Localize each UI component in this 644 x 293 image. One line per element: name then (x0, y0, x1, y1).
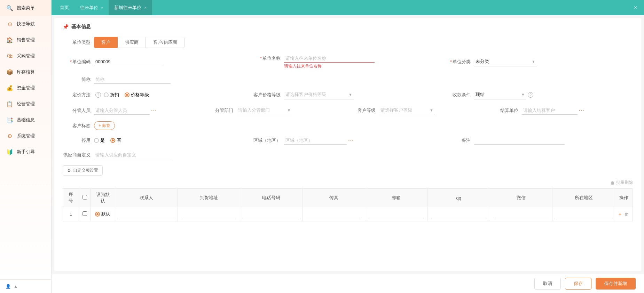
unit-code-label: 单位编码 (63, 59, 91, 65)
main-close-button[interactable]: × (630, 5, 641, 11)
sidebar-item-label: 搜索菜单 (17, 5, 35, 11)
tab-home-label: 首页 (60, 5, 69, 11)
row-add-button[interactable]: + (619, 211, 621, 217)
customer-price-level-select[interactable]: 请选择客户价格等级 ▼ (284, 90, 354, 99)
contact-input[interactable] (119, 210, 174, 218)
th-seq: 序号 (63, 189, 79, 207)
sidebar-item-basic[interactable]: 📑 基础信息 (0, 112, 51, 128)
type-btn-supplier[interactable]: 供应商 (118, 37, 146, 48)
tab-bar: 首页 往来单位 × 新增往来单位 × × (52, 0, 644, 15)
radio-disable-no-label: 否 (117, 137, 121, 144)
sidebar-bottom-expand[interactable]: ▲ (14, 284, 18, 289)
td-email (365, 207, 427, 221)
supplier-custom-row: 供应商自定义 (63, 151, 633, 159)
sidebar-item-purchase[interactable]: 🛍 采购管理 (0, 48, 51, 64)
remark-field: 备注 (443, 136, 625, 145)
region-table-input[interactable] (556, 210, 611, 218)
unit-name-input[interactable] (284, 54, 375, 63)
supplier-custom-label: 供应商自定义 (63, 152, 91, 158)
sidebar-item-newguide[interactable]: 🔰 新手引导 (0, 144, 51, 160)
type-btn-both[interactable]: 客户/供应商 (146, 37, 184, 48)
remark-label: 备注 (443, 137, 471, 144)
address-input[interactable] (181, 210, 236, 218)
custom-settings-button[interactable]: ⚙ 自定义项设置 (63, 165, 103, 176)
region-dots[interactable]: ··· (347, 137, 355, 144)
tab-partner-list-label: 往来单位 (80, 5, 98, 11)
remark-input[interactable] (474, 136, 565, 145)
td-address (178, 207, 240, 221)
customer-tag-row: 客户标签 + 标签 (63, 121, 633, 130)
radio-disable-no[interactable]: 否 (110, 137, 121, 144)
tag-add-button[interactable]: + 标签 (94, 121, 115, 130)
sidebar-item-finance[interactable]: 💰 资金管理 (0, 80, 51, 96)
main-area: 首页 往来单位 × 新增往来单位 × × 📌 基本信息 单位类型 客户 供应商 … (52, 0, 644, 293)
tab-new-partner[interactable]: 新增往来单位 × (109, 0, 152, 15)
email-input[interactable] (369, 210, 424, 218)
settlement-unit-dots[interactable]: ··· (578, 107, 586, 114)
sidebar-item-system[interactable]: ⚙ 系统管理 (0, 128, 51, 144)
supplier-custom-input[interactable] (94, 151, 171, 159)
manager-dots[interactable]: ··· (150, 107, 158, 114)
td-contact (115, 207, 178, 221)
select-all-checkbox[interactable] (83, 195, 87, 200)
sidebar-item-inventory[interactable]: 📦 库存核算 (0, 64, 51, 80)
customer-price-level-field: 客户价格等级 请选择客户价格等级 ▼ (253, 90, 434, 99)
radio-disable-yes[interactable]: 是 (94, 137, 105, 144)
type-btn-customer[interactable]: 客户 (94, 37, 118, 48)
customer-level-select[interactable]: 请选择客户等级 ▼ (379, 106, 435, 115)
unit-code-input[interactable] (94, 58, 164, 66)
radio-price-level-label: 价格等级 (131, 92, 149, 98)
section-title: 基本信息 (71, 24, 91, 30)
payment-terms-select[interactable]: 现结 ▼ (474, 90, 526, 99)
radio-price-level-circle (125, 92, 129, 97)
radio-price-level[interactable]: 价格等级 (125, 92, 149, 98)
custom-settings-label: 自定义项设置 (73, 168, 98, 173)
tab-partner-list-close[interactable]: × (101, 6, 103, 10)
dept-placeholder: 请输入分管部门 (238, 107, 286, 113)
radio-discount[interactable]: 折扣 (104, 92, 119, 98)
fax-input[interactable] (306, 210, 361, 218)
qq-input[interactable] (431, 210, 486, 218)
customer-level-placeholder: 请选择客户等级 (380, 107, 428, 113)
cancel-button[interactable]: 取消 (534, 278, 561, 290)
manager-input[interactable] (94, 106, 150, 115)
row-delete-button[interactable]: 🗑 (624, 211, 629, 217)
row-default-label: 默认 (101, 211, 110, 217)
tab-home[interactable]: 首页 (54, 0, 74, 15)
sidebar-item-ops[interactable]: 📋 经营管理 (0, 96, 51, 112)
batch-delete-area: 🗑 批量删除 (63, 180, 633, 186)
radio-discount-circle (104, 92, 109, 97)
short-name-input[interactable] (94, 75, 171, 84)
row-default-radio[interactable]: 默认 (94, 211, 112, 217)
td-wechat (490, 207, 552, 221)
wechat-input[interactable] (494, 210, 549, 218)
tab-new-partner-close[interactable]: × (144, 6, 146, 10)
inventory-icon: 📦 (6, 68, 13, 75)
batch-delete-button[interactable]: 🗑 批量删除 (611, 180, 633, 186)
dept-select[interactable]: 请输入分管部门 ▼ (237, 106, 292, 115)
ops-icon: 📋 (6, 100, 13, 107)
unit-code-field: 单位编码 (63, 58, 244, 66)
payment-help-icon[interactable]: ? (528, 92, 533, 98)
sidebar-item-quicknav[interactable]: ⊙ 快捷导航 (0, 16, 51, 32)
manager-label: 分管人员 (63, 107, 91, 114)
settlement-unit-input[interactable] (522, 106, 578, 115)
region-input[interactable] (284, 136, 347, 145)
newguide-icon: 🔰 (6, 148, 13, 155)
sidebar-item-label: 系统管理 (17, 133, 35, 139)
phone-input[interactable] (244, 210, 299, 218)
save-button[interactable]: 保存 (565, 278, 591, 290)
system-icon: ⚙ (6, 132, 13, 139)
unit-category-select[interactable]: 未分类 ▼ (474, 57, 537, 66)
quicknav-icon: ⊙ (6, 21, 13, 27)
row-checkbox[interactable] (83, 211, 87, 216)
tab-partner-list[interactable]: 往来单位 × (74, 0, 109, 15)
finance-icon: 💰 (6, 84, 13, 91)
save-new-button[interactable]: 保存并新增 (596, 278, 636, 290)
gear-icon: ⚙ (67, 168, 71, 173)
sidebar-item-search[interactable]: 🔍 搜索菜单 (0, 0, 51, 16)
unit-type-btn-group: 客户 供应商 客户/供应商 (94, 37, 184, 48)
pricing-help-icon[interactable]: ? (95, 92, 101, 98)
sidebar-item-sales[interactable]: 🏠 销售管理 (0, 32, 51, 48)
th-address: 到货地址 (178, 189, 240, 207)
